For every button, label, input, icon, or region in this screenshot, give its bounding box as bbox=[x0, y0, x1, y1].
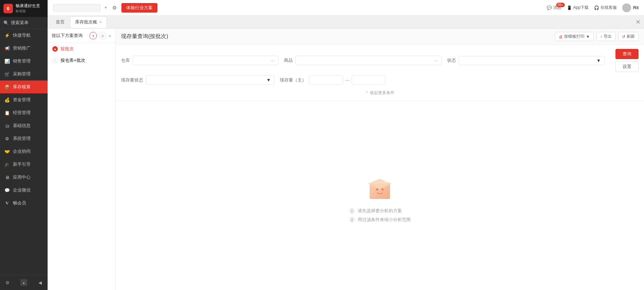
tab-close-btn[interactable]: × bbox=[99, 20, 102, 24]
messages-btn[interactable]: 💬 消息 99+ bbox=[547, 5, 561, 11]
quick-nav-icon: ⚡ bbox=[4, 32, 10, 38]
user-menu[interactable]: Rit bbox=[622, 3, 639, 12]
sidebar-item-finance[interactable]: 💰 资金管理 bbox=[0, 93, 48, 106]
warehouse-filter-group: 仓库 ··· bbox=[121, 56, 278, 65]
page-header: 现存量查询(按批次) 🖨 按模板打印 ▼ ↑ 导出 ↺ 刷新 bbox=[116, 29, 644, 45]
sidebar-item-marketing[interactable]: 📢 营销推广 bbox=[0, 42, 48, 55]
membership-icon: V bbox=[4, 200, 10, 206]
quick-nav-label: 快捷导航 bbox=[13, 32, 31, 38]
sidebar-item-membership[interactable]: V 畅会员 bbox=[0, 197, 48, 210]
collapse-panel-btn[interactable]: « bbox=[108, 33, 111, 38]
topbar-chevron-icon[interactable]: ▼ bbox=[104, 6, 107, 10]
tab-inventory-batch[interactable]: 库存批次账 × bbox=[70, 16, 107, 28]
warehouse-dots[interactable]: ··· bbox=[271, 58, 275, 63]
collab-label: 企业协同 bbox=[13, 148, 31, 155]
sidebar-item-sales[interactable]: 📊 销售管理 bbox=[0, 55, 48, 68]
sidebar-settings-btn[interactable]: ⚙ bbox=[3, 278, 12, 287]
app-download-label: App下载 bbox=[573, 5, 589, 11]
content-close-btn[interactable]: ✕ bbox=[632, 16, 644, 28]
sidebar-item-enterprise-collab[interactable]: 🤝 企业协同 bbox=[0, 145, 48, 158]
export-icon: ↑ bbox=[600, 34, 602, 39]
sidebar-nav: ⚡ 快捷导航 📢 营销推广 📊 销售管理 🛒 采购管理 📦 库存核算 💰 资金管… bbox=[0, 29, 48, 275]
target-scheme-btn[interactable]: ◎ bbox=[99, 32, 106, 39]
settings-icon: ⚙ bbox=[5, 280, 10, 285]
query-btn[interactable]: 查询 bbox=[615, 49, 639, 59]
phone-icon: 📱 bbox=[567, 5, 572, 10]
user-avatar bbox=[622, 3, 631, 12]
sidebar-item-app-center[interactable]: 🖥 应用中心 bbox=[0, 171, 48, 184]
sales-label: 销售管理 bbox=[13, 58, 31, 64]
settings-query-btn[interactable]: 设置 bbox=[615, 61, 639, 72]
topbar-search-input[interactable] bbox=[56, 5, 83, 10]
stock-status-chevron: ▼ bbox=[266, 77, 271, 83]
beginner-icon: 🎓 bbox=[4, 161, 10, 167]
app-download-btn[interactable]: 📱 App下载 bbox=[567, 5, 589, 11]
scroll-up-btn[interactable]: ▲ bbox=[20, 279, 27, 286]
filter-area: 仓库 ··· 商品 ··· 状态 bbox=[116, 45, 644, 101]
sidebar-item-wechat[interactable]: 💬 企业微信 bbox=[0, 184, 48, 197]
print-label: 按模板打印 bbox=[564, 34, 584, 39]
status-dropdown[interactable]: ▼ bbox=[459, 56, 605, 65]
stock-amount-label: 现存量（主） bbox=[280, 77, 306, 83]
search-menu-item[interactable]: 🔍 搜索菜单 bbox=[0, 17, 48, 29]
collapse-up-icon: ⌃ bbox=[365, 91, 369, 95]
tab-home[interactable]: 首页 bbox=[51, 16, 69, 28]
sidebar-item-operations[interactable]: 📋 经营管理 bbox=[0, 106, 48, 119]
refresh-btn[interactable]: ↺ 刷新 bbox=[618, 32, 639, 41]
scheme-item-batch[interactable]: ● 按批次 bbox=[48, 43, 115, 55]
stock-status-dropdown[interactable]: ▼ bbox=[146, 75, 274, 85]
company-name: 畅康通好生意 bbox=[16, 3, 40, 9]
collapse-label: 收起更多条件 bbox=[370, 90, 394, 96]
marketing-label: 营销推广 bbox=[13, 45, 31, 51]
app-center-label: 应用中心 bbox=[13, 174, 31, 180]
export-btn[interactable]: ↑ 导出 bbox=[596, 32, 615, 41]
refresh-icon: ↺ bbox=[622, 34, 625, 39]
scheme-item-warehouse-batch[interactable]: ○ 按仓库+批次 bbox=[48, 55, 115, 66]
refresh-label: 刷新 bbox=[627, 34, 635, 39]
system-label: 系统管理 bbox=[13, 135, 31, 142]
sidebar-item-system[interactable]: ⚙ 系统管理 bbox=[0, 132, 48, 145]
sidebar-item-basic-info[interactable]: 🗂 基础信息 bbox=[0, 119, 48, 132]
collapse-filters-btn[interactable]: ⌃ 收起更多条件 bbox=[121, 88, 639, 96]
inventory-label: 库存核算 bbox=[13, 84, 31, 90]
sidebar-collapse-btn[interactable]: ◀ bbox=[36, 278, 44, 287]
print-btn[interactable]: 🖨 按模板打印 ▼ bbox=[555, 32, 594, 41]
right-panel: 现存量查询(按批次) 🖨 按模板打印 ▼ ↑ 导出 ↺ 刷新 bbox=[116, 29, 644, 290]
sidebar-item-beginner[interactable]: 🎓 新手引导 bbox=[0, 158, 48, 171]
stock-amount-min-input[interactable] bbox=[309, 75, 343, 85]
sidebar-item-quick-nav[interactable]: ⚡ 快捷导航 bbox=[0, 29, 48, 42]
hint-text-2: 用过滤条件来缩小分析范围 bbox=[358, 217, 411, 223]
inventory-batch-tab-label: 库存批次账 bbox=[75, 19, 97, 25]
scheme-dot-inactive: ○ bbox=[52, 58, 58, 63]
stock-amount-range: — bbox=[309, 75, 386, 85]
search-menu-label: 搜索菜单 bbox=[11, 20, 29, 26]
hint-item-1: 1 请先选择要分析的方案 bbox=[349, 208, 411, 214]
product-input[interactable]: ··· bbox=[295, 56, 441, 65]
hint-num-2: 2 bbox=[349, 217, 355, 223]
topbar-gear-icon[interactable]: ⚙ bbox=[111, 3, 118, 12]
add-scheme-btn[interactable]: + bbox=[89, 32, 97, 39]
stock-amount-max-input[interactable] bbox=[352, 75, 386, 85]
product-label: 商品 bbox=[284, 57, 293, 64]
filter-row-1: 仓库 ··· 商品 ··· 状态 bbox=[121, 49, 639, 72]
sidebar-item-inventory[interactable]: 📦 库存核算 bbox=[0, 80, 48, 93]
sidebar-item-purchase[interactable]: 🛒 采购管理 bbox=[0, 68, 48, 80]
empty-illustration bbox=[363, 168, 397, 202]
online-service-btn[interactable]: 🎧 在线客服 bbox=[594, 5, 617, 11]
app-logo: 6 bbox=[3, 4, 13, 13]
experience-btn[interactable]: 体验行业方案 bbox=[121, 3, 157, 13]
scheme-dot-active: ● bbox=[52, 46, 58, 52]
collab-icon: 🤝 bbox=[4, 148, 10, 155]
sidebar-title: 畅康通好生意 标准版 bbox=[16, 3, 40, 14]
empty-state: 1 请先选择要分析的方案 2 用过滤条件来缩小分析范围 bbox=[116, 101, 644, 290]
svg-point-3 bbox=[382, 188, 384, 191]
export-label: 导出 bbox=[604, 34, 612, 39]
printer-icon: 🖨 bbox=[559, 34, 563, 39]
topbar-search-box[interactable] bbox=[53, 4, 101, 12]
product-dots[interactable]: ··· bbox=[434, 58, 438, 63]
warehouse-input[interactable]: ··· bbox=[133, 56, 278, 65]
stock-status-label: 现存量状态 bbox=[121, 77, 143, 83]
left-panel-header: 按以下方案查询 + ◎ « bbox=[48, 29, 115, 43]
content-area: 按以下方案查询 + ◎ « ● 按批次 ○ 按仓库+批次 现存量查询(按批次) bbox=[48, 29, 644, 290]
search-icon: 🔍 bbox=[3, 20, 9, 25]
